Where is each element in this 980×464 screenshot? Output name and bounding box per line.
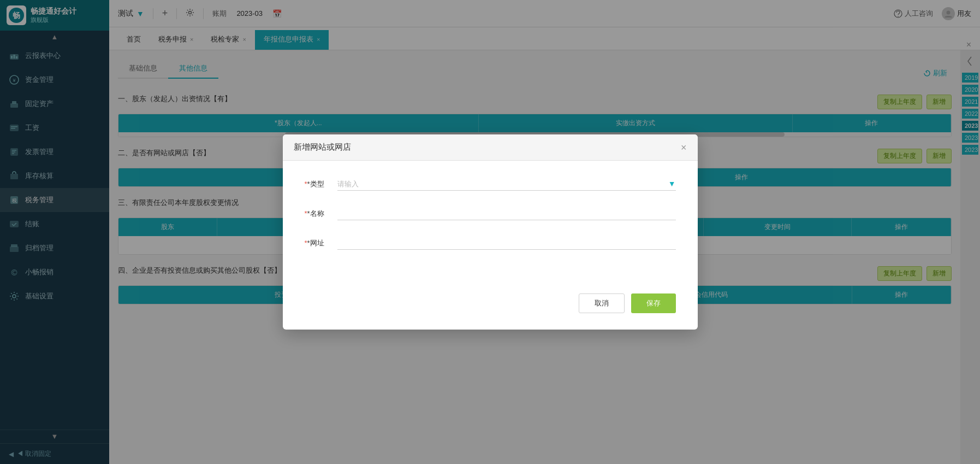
save-button[interactable]: 保存 [631, 293, 676, 313]
form-field-name: **名称 [305, 207, 676, 220]
form-input-wrap-name [337, 207, 676, 220]
form-label-name: **名称 [305, 209, 337, 219]
form-field-type: **类型 ▼ [305, 177, 676, 191]
dialog-title: 新增网站或网店 [294, 142, 351, 152]
type-dropdown-arrow[interactable]: ▼ [668, 179, 676, 188]
name-input[interactable] [337, 209, 676, 218]
form-label-url: **网址 [305, 238, 337, 248]
dialog-footer: 取消 保存 [283, 283, 698, 330]
form-input-wrap-type: ▼ [337, 177, 676, 191]
add-website-dialog: 新增网站或网店 × **类型 ▼ **名称 [283, 134, 698, 330]
type-input[interactable] [337, 180, 668, 188]
dialog-header: 新增网站或网店 × [283, 134, 698, 161]
dialog-close-btn[interactable]: × [681, 143, 687, 152]
dialog-overlay[interactable]: 新增网站或网店 × **类型 ▼ **名称 [0, 0, 980, 464]
form-label-type: **类型 [305, 179, 337, 189]
dialog-body: **类型 ▼ **名称 **网址 [283, 161, 698, 283]
form-field-url: **网址 [305, 237, 676, 250]
cancel-button[interactable]: 取消 [579, 293, 625, 313]
url-input[interactable] [337, 239, 676, 247]
form-input-wrap-url [337, 237, 676, 250]
